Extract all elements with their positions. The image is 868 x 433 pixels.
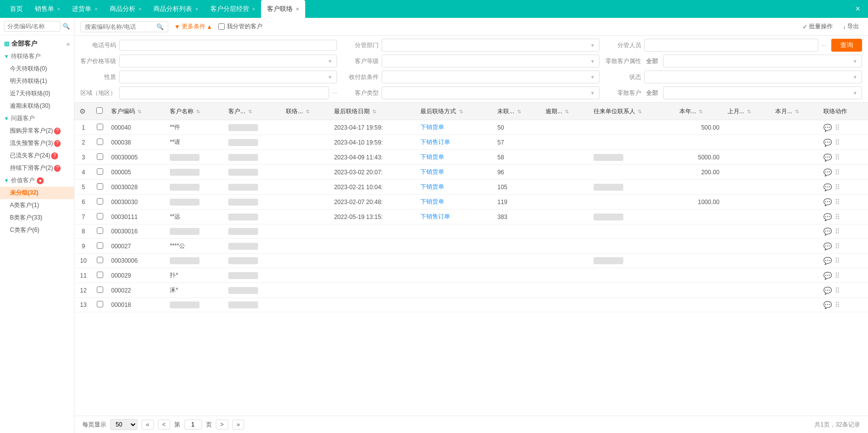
sidebar-group-value[interactable]: ▼ 价值客户 ● bbox=[0, 174, 74, 187]
sidebar-item-today[interactable]: 今天待联络(0) bbox=[0, 63, 74, 75]
row-check[interactable] bbox=[92, 224, 107, 239]
row-last-way[interactable]: 下销货单 bbox=[416, 180, 493, 195]
row-check[interactable] bbox=[92, 165, 107, 180]
more-icon[interactable]: ⠿ bbox=[835, 242, 840, 250]
sidebar-item-b-class[interactable]: B类客户(33) bbox=[0, 212, 74, 224]
adv-region-dots[interactable]: ··· bbox=[332, 89, 337, 96]
more-icon[interactable]: ⠿ bbox=[835, 272, 840, 280]
last-page-btn[interactable]: » bbox=[232, 420, 245, 430]
sidebar-item-overdue[interactable]: 逾期未联络(30) bbox=[0, 100, 74, 112]
my-customers-checkbox[interactable] bbox=[218, 23, 225, 30]
adv-scatter-attr-select[interactable]: ▼ bbox=[663, 55, 862, 68]
adv-payment-select[interactable]: ▼ bbox=[382, 71, 600, 83]
sidebar-item-lost[interactable]: 已流失客户(24) ? bbox=[0, 149, 74, 162]
chat-icon[interactable]: 💬 bbox=[823, 139, 832, 146]
row-last-way[interactable]: 下销货单 bbox=[416, 195, 493, 210]
export-btn[interactable]: ↓ 导出 bbox=[840, 21, 862, 32]
sidebar-collapse-icon[interactable]: « bbox=[67, 40, 70, 48]
row-last-way[interactable] bbox=[416, 239, 493, 254]
sidebar-search-input[interactable] bbox=[4, 21, 61, 32]
th-settings[interactable]: ⚙ bbox=[74, 103, 92, 120]
row-checkbox[interactable] bbox=[97, 257, 103, 263]
more-icon[interactable]: ⠿ bbox=[835, 257, 840, 265]
tab-product-list-close[interactable]: × bbox=[195, 6, 198, 12]
row-last-way[interactable]: 下销售订单 bbox=[416, 135, 493, 150]
row-checkbox[interactable] bbox=[97, 198, 103, 205]
adv-phone-input[interactable] bbox=[119, 40, 337, 51]
batch-op-btn[interactable]: ✓ 批量操作 bbox=[800, 21, 836, 32]
adv-dept-select[interactable]: ▼ bbox=[382, 39, 600, 52]
last-way-link[interactable]: 下销货单 bbox=[420, 124, 444, 131]
tab-purchase-close[interactable]: × bbox=[94, 6, 97, 12]
tab-customer-mgr-close[interactable]: × bbox=[252, 6, 255, 12]
adv-customer-type-select[interactable]: ▼ bbox=[382, 86, 600, 99]
tab-sales-close[interactable]: × bbox=[57, 6, 60, 12]
adv-region-select[interactable] bbox=[119, 86, 329, 99]
tab-product-list[interactable]: 商品分析列表 × bbox=[147, 0, 204, 18]
row-last-way[interactable]: 下销售订单 bbox=[416, 210, 493, 224]
sidebar-item-tomorrow[interactable]: 明天待联络(1) bbox=[0, 75, 74, 87]
last-way-link[interactable]: 下销售订单 bbox=[420, 139, 450, 145]
chat-icon[interactable]: 💬 bbox=[823, 242, 832, 250]
chat-icon[interactable]: 💬 bbox=[823, 213, 832, 221]
row-last-way[interactable] bbox=[416, 224, 493, 239]
page-size-select[interactable]: 50 100 200 bbox=[110, 419, 137, 430]
chat-icon[interactable]: 💬 bbox=[823, 168, 832, 176]
row-last-way[interactable] bbox=[416, 254, 493, 268]
more-icon[interactable]: ⠿ bbox=[835, 198, 840, 206]
filter-search-input[interactable] bbox=[85, 23, 154, 30]
more-icon[interactable]: ⠿ bbox=[835, 301, 840, 309]
chat-icon[interactable]: 💬 bbox=[823, 301, 832, 309]
row-check[interactable] bbox=[92, 195, 107, 210]
chat-icon[interactable]: 💬 bbox=[823, 183, 832, 191]
last-way-link[interactable]: 下销货单 bbox=[420, 168, 444, 175]
chat-icon[interactable]: 💬 bbox=[823, 272, 832, 280]
last-way-link[interactable]: 下销售订单 bbox=[420, 213, 450, 220]
sidebar-group-problem[interactable]: ▼ 问题客户 bbox=[0, 112, 74, 125]
row-checkbox[interactable] bbox=[97, 139, 103, 145]
more-icon[interactable]: ⠿ bbox=[835, 139, 840, 146]
sidebar-group-pending[interactable]: ▼ 待联络客户 bbox=[0, 50, 74, 63]
row-checkbox[interactable] bbox=[97, 287, 103, 293]
gear-icon-btn[interactable]: ⚙ bbox=[78, 106, 87, 116]
adv-status-select[interactable]: ▼ bbox=[644, 71, 862, 83]
row-checkbox[interactable] bbox=[97, 153, 103, 160]
last-way-link[interactable]: 下销货单 bbox=[420, 198, 444, 205]
more-icon[interactable]: ⠿ bbox=[835, 124, 840, 132]
row-checkbox[interactable] bbox=[97, 272, 103, 278]
row-check[interactable] bbox=[92, 135, 107, 150]
row-checkbox[interactable] bbox=[97, 227, 103, 234]
next-page-btn[interactable]: > bbox=[216, 420, 228, 430]
tab-customer-contact[interactable]: 客户联络 × bbox=[261, 0, 305, 18]
chat-icon[interactable]: 💬 bbox=[823, 227, 832, 235]
row-check[interactable] bbox=[92, 210, 107, 224]
row-checkbox[interactable] bbox=[97, 124, 103, 130]
adv-nature-select[interactable]: ▼ bbox=[119, 71, 337, 83]
chat-icon[interactable]: 💬 bbox=[823, 153, 832, 161]
tab-customer-mgr[interactable]: 客户分层经营 × bbox=[204, 0, 261, 18]
row-check[interactable] bbox=[92, 268, 107, 283]
more-icon[interactable]: ⠿ bbox=[835, 213, 840, 221]
tab-purchase[interactable]: 进货单 × bbox=[66, 0, 103, 18]
last-way-link[interactable]: 下销货单 bbox=[420, 153, 444, 160]
row-check[interactable] bbox=[92, 150, 107, 165]
tab-home[interactable]: 首页 bbox=[4, 0, 29, 18]
row-check[interactable] bbox=[92, 120, 107, 135]
more-icon[interactable]: ⠿ bbox=[835, 153, 840, 161]
row-check[interactable] bbox=[92, 298, 107, 312]
adv-staff-input[interactable] bbox=[644, 39, 818, 52]
row-last-way[interactable] bbox=[416, 268, 493, 283]
row-checkbox[interactable] bbox=[97, 301, 103, 307]
more-icon[interactable]: ⠿ bbox=[835, 168, 840, 176]
sidebar-item-a-class[interactable]: A类客户(1) bbox=[0, 199, 74, 212]
filter-search-icon[interactable]: 🔍 bbox=[156, 23, 164, 30]
row-last-way[interactable] bbox=[416, 298, 493, 312]
tab-sales[interactable]: 销售单 × bbox=[29, 0, 66, 18]
row-checkbox[interactable] bbox=[97, 183, 103, 190]
sidebar-item-churn-risk[interactable]: 流失预警客户(3) ? bbox=[0, 137, 74, 149]
adv-staff-dots[interactable]: ··· bbox=[821, 42, 826, 49]
select-all-checkbox[interactable] bbox=[96, 107, 103, 114]
chat-icon[interactable]: 💬 bbox=[823, 257, 832, 265]
chat-icon[interactable]: 💬 bbox=[823, 198, 832, 206]
all-customers-header[interactable]: ⊞ 全部客户 « bbox=[0, 35, 74, 50]
